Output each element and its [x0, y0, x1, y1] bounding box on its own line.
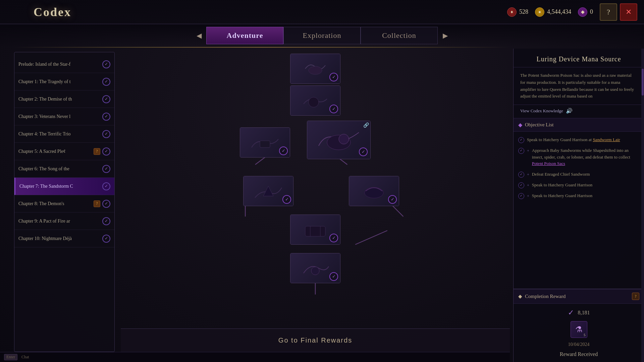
help-button[interactable]: ? [600, 3, 617, 21]
right-panel: Luring Device Mana Source The Potent San… [513, 49, 644, 362]
scrollbar-thumb[interactable] [642, 69, 644, 96]
chapter-check-ch9: ✓ [102, 217, 110, 225]
objective-item-5: ✓ + Speak to Hatchery Guard Harrison [514, 190, 644, 201]
quest-node-8[interactable]: ✓ [290, 253, 340, 283]
chapter-item-ch5[interactable]: Chapter 5: A Sacred Ple¢ ? ✓ [14, 143, 114, 160]
chapter-label-ch5: Chapter 5: A Sacred Ple¢ [18, 149, 92, 154]
reward-item-count: 5 [584, 333, 586, 337]
completion-header: ◆ Completion Reward ? [514, 289, 644, 304]
close-button[interactable]: ✕ [620, 3, 637, 21]
right-panel-description: The Potent Sandworm Poison Sac is also u… [514, 67, 644, 105]
chapter-label-ch8: Chapter 8: The Demon's [18, 201, 92, 206]
objective-item-4: ✓ + Speak to Hatchery Guard Harrison [514, 180, 644, 190]
obj-text-2: Approach Baby Sandworms while Shapeshift… [532, 147, 639, 167]
objective-gem-icon: ◆ [518, 122, 522, 128]
chapter-check-ch6: ✓ [102, 165, 110, 173]
reward-item-icon: ⚗ 5 [571, 321, 587, 338]
obj-text-4: Speak to Hatchery Guard Harrison [532, 182, 593, 188]
node-3-check: ✓ [279, 146, 288, 155]
completion-gem-icon: ◆ [518, 293, 522, 299]
chapter-check-ch1: ✓ [102, 78, 110, 86]
final-reward-section: Go to Final Rewards [121, 328, 510, 352]
quest-node-3[interactable]: ✓ [240, 127, 290, 158]
svg-rect-16 [305, 226, 325, 236]
node-8-check: ✓ [329, 272, 338, 281]
tab-adventure[interactable]: Adventure [206, 27, 283, 44]
obj-plus-5: + [527, 193, 529, 199]
svg-point-13 [339, 134, 349, 144]
tab-next-button[interactable]: ▶ [438, 28, 452, 43]
svg-marker-14 [263, 186, 273, 196]
chapter-check-ch7: ✓ [102, 182, 110, 190]
completion-title: ◆ Completion Reward [518, 293, 566, 299]
completion-section: ◆ Completion Reward ? ✓ 8,181 ⚗ 5 10/04/… [514, 289, 644, 362]
node-1-check: ✓ [329, 73, 338, 81]
svg-point-9 [309, 66, 322, 74]
quest-node-7[interactable]: ✓ [290, 215, 340, 245]
quest-node-5[interactable]: ✓ [243, 176, 293, 206]
chapter-item-ch1[interactable]: Chapter 1: The Tragedy of t ✓ [14, 73, 114, 90]
obj-plus-4: + [527, 182, 529, 188]
chapter-item-ch9[interactable]: Chapter 9: A Pact of Fire ar ✓ [14, 213, 114, 230]
svg-point-10 [309, 97, 319, 107]
chapter-check-ch3: ✓ [102, 113, 110, 121]
quest-graph: ✓ ✓ ✓ ✓ 🔗 ✓ [121, 49, 510, 328]
objective-list: ✓ Speak to Hatchery Guard Harrison at Sa… [514, 132, 644, 289]
chapter-check-ch4: ✓ [102, 130, 110, 138]
obj-text-5: Speak to Hatchery Guard Harrison [532, 192, 593, 199]
chapter-label-ch2: Chapter 2: The Demise of th [18, 97, 100, 102]
chapter-check-ch2: ✓ [102, 95, 110, 103]
currency-red: ♦ 528 [507, 7, 528, 17]
node-7-check: ✓ [329, 234, 338, 242]
map-area: ✓ ✓ ✓ ✓ 🔗 ✓ [121, 49, 510, 352]
reward-received: Reward Received [560, 351, 598, 357]
node-4-check: ✓ [359, 147, 368, 156]
currency-purple-value: 0 [590, 8, 593, 15]
chapter-item-ch10[interactable]: Chapter 10: Nightmare Déjà ✓ [14, 230, 114, 247]
view-codex-link[interactable]: View Codex Knowledge 🔊 [514, 105, 644, 118]
node-5-check: ✓ [282, 195, 291, 204]
currency-gold: ● 4,544,434 [535, 7, 571, 17]
chapter-item-ch6[interactable]: Chapter 6: The Song of the ✓ [14, 160, 114, 178]
objective-item-3: ✓ + Defeat Enraged Chief Sandworm [514, 169, 644, 180]
obj-plus-2: + [527, 148, 529, 154]
tab-bar: ◀ Adventure Exploration Collection ▶ [0, 24, 644, 47]
top-buttons: ? ✕ [600, 3, 637, 21]
tab-exploration[interactable]: Exploration [283, 27, 361, 44]
reward-check-row: ✓ 8,181 [568, 308, 590, 317]
obj-check-3: ✓ [518, 172, 524, 178]
svg-point-19 [311, 267, 319, 275]
obj-link-1[interactable]: Sandworm Lair [593, 137, 620, 142]
chapter-item-ch4[interactable]: Chapter 4: The Terrific Trio ✓ [14, 125, 114, 143]
chat-label: Chat [21, 355, 29, 360]
speaker-icon: 🔊 [566, 108, 573, 114]
obj-check-2: ✓ [518, 148, 524, 154]
completion-help-button[interactable]: ? [632, 293, 639, 300]
tab-prev-button[interactable]: ◀ [192, 28, 206, 43]
quest-node-2[interactable]: ✓ [290, 85, 340, 116]
chapter-item-ch7[interactable]: Chapter 7: The Sandstorm C ✓ [14, 178, 114, 195]
tab-collection[interactable]: Collection [361, 27, 438, 44]
chapter-question-ch5: ? [94, 148, 100, 155]
svg-point-15 [365, 187, 383, 198]
chapter-item-ch3[interactable]: Chapter 3: Veterans Never l ✓ [14, 108, 114, 125]
chapter-item-ch2[interactable]: Chapter 2: The Demise of th ✓ [14, 90, 114, 108]
currency-red-icon: ♦ [507, 7, 517, 17]
obj-text-3: Defeat Enraged Chief Sandworm [532, 171, 590, 178]
quest-node-4-large[interactable]: ✓ 🔗 [307, 121, 371, 159]
obj-link-2[interactable]: Potent Poison Sacs [532, 161, 565, 166]
quest-node-6[interactable]: ✓ [349, 176, 399, 206]
chapter-item-prelude[interactable]: Prelude: Island of the Star-f ✓ [14, 56, 114, 73]
chapter-item-ch8[interactable]: Chapter 8: The Demon's ? ✓ [14, 195, 114, 213]
reward-value: 8,181 [578, 310, 590, 316]
objective-list-header: ◆ Objective List [514, 118, 644, 132]
objective-item-1: ✓ Speak to Hatchery Guard Harrison at Sa… [514, 134, 644, 145]
chapter-label-prelude: Prelude: Island of the Star-f [18, 62, 100, 67]
quest-node-1[interactable]: ✓ [290, 54, 340, 84]
chapter-check-ch5: ✓ [102, 147, 110, 156]
final-reward-button[interactable]: Go to Final Rewards [278, 337, 352, 344]
currency-purple: ◆ 0 [578, 7, 593, 17]
reward-item: ⚗ 5 [571, 321, 587, 338]
reward-date: 10/04/2024 [568, 342, 590, 347]
chapter-label-ch10: Chapter 10: Nightmare Déjà [18, 236, 100, 241]
